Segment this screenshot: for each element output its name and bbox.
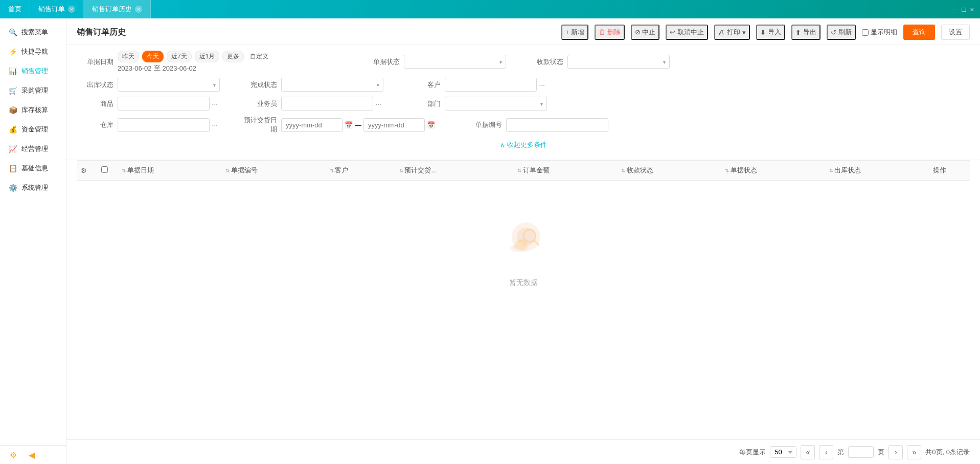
warehouse-ellipsis-btn[interactable]: ··· — [210, 121, 220, 129]
sidebar-item-quicknav[interactable]: ⚡ 快捷导航 — [0, 42, 66, 61]
calendar-from-icon[interactable]: 📅 — [345, 121, 353, 129]
expected-date-to-input[interactable] — [363, 118, 425, 132]
finance-icon: 💰 — [8, 125, 17, 134]
inventory-icon: 📦 — [8, 105, 17, 115]
expected-date-from-input[interactable] — [281, 118, 343, 132]
tab-sales-order[interactable]: 销售订单 × — [30, 0, 84, 18]
date-tag-yesterday[interactable]: 昨天 — [118, 51, 139, 62]
add-button[interactable]: + 新增 — [561, 25, 588, 40]
tab-sales-order-close[interactable]: × — [68, 6, 75, 13]
col-customer[interactable]: 客户 — [326, 161, 395, 181]
tab-sales-order-history-close[interactable]: × — [135, 6, 142, 13]
refresh-button[interactable]: ↺ 刷新 — [827, 25, 856, 40]
col-number-label: 单据编号 — [231, 166, 258, 174]
prev-page-btn[interactable]: ‹ — [819, 445, 833, 459]
print-label: 打印 — [727, 28, 740, 37]
operations-icon: 📈 — [8, 144, 17, 153]
payment-status-select[interactable] — [567, 55, 670, 69]
filter-area: 单据日期 昨天 今天 近7天 近1月 更多 自定义 2023-06-02 至 2… — [66, 45, 980, 160]
page-size-select[interactable]: 10 20 50 100 — [770, 446, 796, 458]
col-settings[interactable]: ⚙ — [77, 161, 97, 181]
refresh-label: 刷新 — [838, 28, 852, 37]
export-button[interactable]: ⬆ 导出 — [791, 25, 821, 40]
import-icon: ⬇ — [760, 29, 766, 36]
collapse-row[interactable]: ∧ 收起更多条件 — [77, 139, 970, 153]
col-number[interactable]: 单据编号 — [221, 161, 325, 181]
bill-status-select[interactable] — [404, 55, 506, 69]
date-tag-custom[interactable]: 自定义 — [247, 51, 271, 62]
col-expected-date[interactable]: 预计交货... — [395, 161, 513, 181]
complete-status-select[interactable] — [281, 78, 383, 92]
window-maximize-btn[interactable]: □ — [962, 6, 966, 13]
expected-date-label: 预计交货日期 — [240, 116, 281, 134]
sidebar-item-finance-label: 资金管理 — [21, 125, 48, 134]
goods-ellipsis-btn[interactable]: ··· — [210, 100, 220, 108]
goods-input[interactable] — [118, 97, 210, 111]
sidebar-item-operations[interactable]: 📈 经营管理 — [0, 139, 66, 159]
salesperson-ellipsis-btn[interactable]: ··· — [373, 100, 383, 108]
col-outbound-status[interactable]: 出库状态 — [825, 161, 929, 181]
sidebar-collapse-btn[interactable]: ◀ — [27, 450, 37, 460]
print-button[interactable]: 🖨 打印 ▾ — [714, 25, 750, 40]
col-amount-label: 订单金额 — [523, 166, 550, 174]
bill-number-label: 单据编号 — [465, 120, 506, 129]
first-page-btn[interactable]: « — [801, 445, 815, 459]
setting-button[interactable]: 设置 — [941, 25, 970, 40]
date-tag-1month[interactable]: 近1月 — [195, 51, 220, 62]
page-label-pre: 第 — [837, 448, 844, 457]
display-detail-checkbox-label[interactable]: 显示明细 — [862, 28, 897, 37]
date-tag-more[interactable]: 更多 — [222, 51, 244, 62]
tab-home[interactable]: 首页 — [0, 0, 30, 18]
stop-button[interactable]: ⊘ 中止 — [631, 25, 660, 40]
outbound-status-select-wrapper — [118, 78, 220, 92]
col-date[interactable]: 单据日期 — [118, 161, 221, 181]
export-label: 导出 — [803, 28, 816, 37]
warehouse-filter-control: ··· — [118, 118, 220, 132]
department-label: 部门 — [404, 99, 445, 108]
pagination-bar: 每页显示 10 20 50 100 « ‹ 第 1 页 › » 共0页, 0条记… — [66, 439, 980, 464]
window-minimize-btn[interactable]: — — [951, 6, 958, 13]
table-header-row: ⚙ 单据日期 单据编号 客户 — [77, 161, 970, 181]
sidebar-item-search[interactable]: 🔍 搜索菜单 — [0, 23, 66, 42]
date-tag-7days[interactable]: 近7天 — [167, 51, 192, 62]
top-tabs: 首页 销售订单 × 销售订单历史 × — [0, 0, 151, 18]
query-button[interactable]: 查询 — [903, 25, 935, 40]
col-checkbox[interactable] — [97, 161, 118, 181]
col-payment-status[interactable]: 收款状态 — [617, 161, 721, 181]
tab-sales-order-history-label: 销售订单历史 — [92, 5, 132, 14]
sidebar-item-inventory[interactable]: 📦 库存核算 — [0, 100, 66, 120]
customer-filter-control: ··· — [445, 78, 547, 92]
last-page-btn[interactable]: » — [907, 445, 921, 459]
page-size-label: 每页显示 — [739, 448, 766, 457]
sidebar-item-system[interactable]: ⚙️ 系统管理 — [0, 178, 66, 197]
next-page-btn[interactable]: › — [888, 445, 903, 459]
customer-ellipsis-btn[interactable]: ··· — [537, 81, 547, 89]
department-select[interactable] — [445, 97, 547, 111]
date-from-value: 2023-06-02 — [118, 64, 152, 72]
col-amount[interactable]: 订单金额 — [513, 161, 617, 181]
page-number-input[interactable]: 1 — [848, 446, 874, 458]
window-close-btn[interactable]: × — [970, 6, 974, 13]
tab-sales-order-history[interactable]: 销售订单历史 × — [84, 0, 151, 18]
sidebar-item-sales[interactable]: 📊 销售管理 — [0, 61, 66, 81]
col-bill-status[interactable]: 单据状态 — [721, 161, 825, 181]
content-area: 销售订单历史 + 新增 🗑 删除 ⊘ 中止 ↩ 取消中止 🖨 打印 ▾ ⬇ 导入… — [66, 18, 980, 464]
sidebar-item-purchase[interactable]: 🛒 采购管理 — [0, 81, 66, 100]
display-detail-label: 显示明细 — [871, 28, 897, 37]
sidebar-item-basic-info[interactable]: 📋 基础信息 — [0, 159, 66, 178]
bill-number-input[interactable] — [506, 118, 608, 132]
outbound-status-select[interactable] — [118, 78, 220, 92]
delete-button[interactable]: 🗑 删除 — [595, 25, 625, 40]
sidebar-settings-btn[interactable]: ⚙ — [8, 450, 18, 460]
calendar-to-icon[interactable]: 📅 — [427, 121, 435, 129]
date-tag-today[interactable]: 今天 — [142, 51, 164, 62]
tab-home-label: 首页 — [8, 5, 21, 14]
customer-input[interactable] — [445, 78, 537, 92]
display-detail-checkbox[interactable] — [862, 29, 869, 36]
sidebar-item-finance[interactable]: 💰 资金管理 — [0, 120, 66, 139]
cancel-stop-button[interactable]: ↩ 取消中止 — [666, 25, 708, 40]
warehouse-input[interactable] — [118, 118, 210, 132]
salesperson-input[interactable] — [281, 97, 373, 111]
select-all-checkbox[interactable] — [101, 166, 108, 173]
import-button[interactable]: ⬇ 导入 — [756, 25, 785, 40]
